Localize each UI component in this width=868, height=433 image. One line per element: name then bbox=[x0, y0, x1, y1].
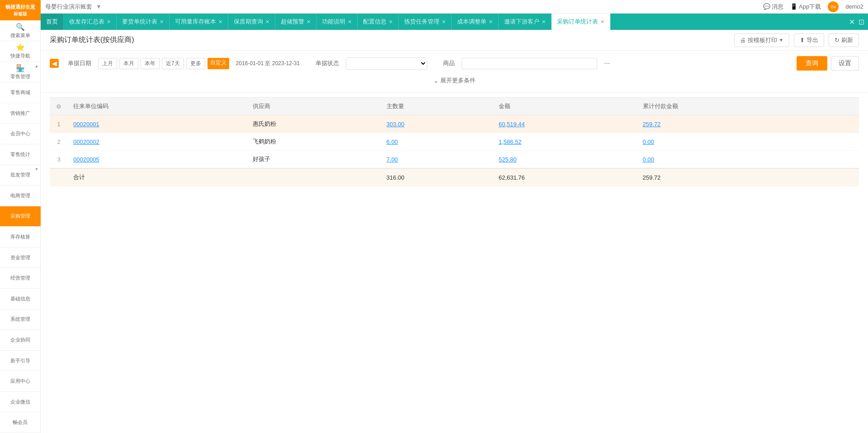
sidebar-item-system[interactable]: 系统管理 bbox=[0, 309, 41, 330]
btn-template-label: 按模板打印 bbox=[748, 36, 777, 44]
cell-amount-1[interactable]: 60,519.44 bbox=[493, 115, 637, 133]
cell-code-1[interactable]: 00020001 bbox=[68, 115, 247, 133]
tab-caigou-label: 采购订单统计表 bbox=[557, 18, 598, 26]
cell-qty-3[interactable]: 7.00 bbox=[381, 151, 493, 169]
app-download-btn[interactable]: 📱 App下载 bbox=[790, 3, 821, 11]
tab-caigou-close[interactable]: ✕ bbox=[600, 19, 604, 25]
tab-yaoqing-close[interactable]: ✕ bbox=[542, 19, 546, 25]
tab-keyongliang-close[interactable]: ✕ bbox=[218, 19, 222, 25]
sidebar-item-retail-shop[interactable]: 零售商城 bbox=[0, 82, 41, 103]
workspace-dropdown-icon[interactable]: ▼ bbox=[96, 3, 102, 10]
col-qty: 主数量 bbox=[381, 98, 493, 115]
sidebar-item-wholesale[interactable]: 批发管理 ▼ bbox=[0, 165, 41, 186]
tab-caigou[interactable]: 采购订单统计表 ✕ bbox=[552, 14, 610, 30]
tab-baozhi[interactable]: 保质期查询 ✕ bbox=[228, 14, 275, 30]
sidebar-item-finance[interactable]: 资金管理 bbox=[0, 247, 41, 268]
message-btn[interactable]: 💬 消息 bbox=[763, 3, 783, 11]
sidebar-item-inventory[interactable]: 库存核算 bbox=[0, 227, 41, 247]
filter-btn-this-year[interactable]: 本年 bbox=[141, 58, 160, 69]
sidebar-item-member[interactable]: 会员中心 bbox=[0, 124, 41, 144]
template-print-button[interactable]: 🖨 按模板打印 ▼ bbox=[734, 33, 789, 47]
sidebar-item-marketing[interactable]: 营销推广 bbox=[0, 103, 41, 124]
sidebar-item-ecommerce[interactable]: 电商管理 bbox=[0, 186, 41, 206]
sidebar-item-appcenter[interactable]: 应用中心 bbox=[0, 371, 41, 392]
sidebar-item-purchase[interactable]: 采购管理 bbox=[0, 206, 41, 227]
message-label: 消息 bbox=[772, 3, 783, 11]
sidebar-label-operations: 经营管理 bbox=[10, 275, 30, 281]
sidebar-label-retail-shop: 零售商城 bbox=[10, 89, 30, 96]
sidebar-item-wechat[interactable]: 企业微信 bbox=[0, 392, 41, 413]
goods-filter-input[interactable] bbox=[462, 58, 597, 69]
sidebar-item-vip[interactable]: 畅会员 bbox=[0, 412, 41, 433]
tab-peizhi-close[interactable]: ✕ bbox=[389, 19, 393, 25]
cell-paid-1[interactable]: 259.72 bbox=[637, 115, 817, 133]
cell-qty-2[interactable]: 6.00 bbox=[381, 133, 493, 151]
tab-chengben-close[interactable]: ✕ bbox=[489, 19, 493, 25]
tabbar-close-icon[interactable]: ✕ bbox=[849, 18, 855, 26]
query-button[interactable]: 查询 bbox=[797, 56, 827, 71]
sidebar-label-wholesale: 批发管理 bbox=[10, 171, 30, 178]
tab-shoufahuizong-close[interactable]: ✕ bbox=[107, 19, 111, 25]
workspace-label: 母婴行业演示账套 bbox=[45, 3, 92, 11]
tab-chaochuyujing-close[interactable]: ✕ bbox=[307, 19, 311, 25]
tab-jiancha[interactable]: 拣货任务管理 ✕ bbox=[399, 14, 452, 30]
sidebar-item-enterprise[interactable]: 企业协同 bbox=[0, 330, 41, 351]
filter-btn-7days[interactable]: 近7天 bbox=[162, 58, 184, 69]
filter-quick-btns: 上月 本月 本年 近7天 更多 自定义 bbox=[98, 58, 229, 69]
filter-btn-this-month[interactable]: 本月 bbox=[119, 58, 138, 69]
tab-baozhi-close[interactable]: ✕ bbox=[265, 19, 269, 25]
tab-yaohuo-close[interactable]: ✕ bbox=[160, 19, 164, 25]
sidebar-item-operations[interactable]: 经营管理 bbox=[0, 268, 41, 289]
table-footer-row: 合计 316.00 62,631.76 259.72 bbox=[50, 168, 859, 186]
cell-code-3[interactable]: 00020005 bbox=[68, 151, 247, 169]
btn-export-label: 导出 bbox=[807, 36, 818, 44]
tab-chaochuyujing[interactable]: 超储预警 ✕ bbox=[275, 14, 316, 30]
tab-yaohuo[interactable]: 要货单统计表 ✕ bbox=[117, 14, 170, 30]
filter-btn-last-month[interactable]: 上月 bbox=[98, 58, 117, 69]
tab-home[interactable]: 首页 bbox=[41, 14, 64, 30]
wholesale-arrow-icon: ▼ bbox=[35, 167, 39, 171]
goods-ellipsis-button[interactable]: ··· bbox=[604, 59, 610, 67]
tab-chengben[interactable]: 成本调整单 ✕ bbox=[452, 14, 499, 30]
tabbar-expand-icon[interactable]: ⊡ bbox=[859, 18, 864, 26]
tab-yaoqing[interactable]: 邀请下游客户 ✕ bbox=[499, 14, 552, 30]
tab-peizhi[interactable]: 配置信息 ✕ bbox=[358, 14, 399, 30]
export-button[interactable]: ⬆ 导出 bbox=[794, 33, 824, 47]
tab-keyongliang[interactable]: 可用量库存账本 ✕ bbox=[170, 14, 228, 30]
cell-amount-3[interactable]: 525.80 bbox=[493, 151, 637, 169]
settings-col-icon[interactable]: ⚙ bbox=[56, 103, 61, 110]
tab-jiancha-close[interactable]: ✕ bbox=[442, 19, 446, 25]
cell-paid-3[interactable]: 0.00 bbox=[637, 151, 817, 169]
status-filter-select[interactable] bbox=[346, 57, 427, 70]
filter-expand-label: 展开更多条件 bbox=[440, 76, 476, 85]
cell-code-2[interactable]: 00020002 bbox=[68, 133, 247, 151]
cell-paid-2[interactable]: 0.00 bbox=[637, 133, 817, 151]
sidebar-item-retail[interactable]: 🏪 零售管理 ▲ bbox=[0, 62, 41, 83]
cell-qty-1[interactable]: 303.00 bbox=[381, 115, 493, 133]
sidebar-label-purchase: 采购管理 bbox=[10, 213, 30, 219]
user-avatar[interactable]: Ea bbox=[828, 1, 839, 12]
date-filter-label: 单据日期 bbox=[68, 59, 91, 67]
tab-gongneng-close[interactable]: ✕ bbox=[348, 19, 352, 25]
sidebar-item-guide[interactable]: 新手引导 bbox=[0, 351, 41, 371]
export-icon: ⬆ bbox=[800, 37, 805, 43]
cell-supplier-2: 飞鹤奶粉 bbox=[247, 133, 381, 151]
cell-amount-2[interactable]: 1,586.52 bbox=[493, 133, 637, 151]
filter-btn-more[interactable]: 更多 bbox=[186, 58, 205, 69]
col-amount: 金额 bbox=[493, 98, 637, 115]
tab-shoufahuizong-label: 收发存汇总表 bbox=[69, 18, 104, 26]
filter-collapse-button[interactable]: ◀ bbox=[50, 59, 59, 68]
tab-home-label: 首页 bbox=[46, 18, 58, 26]
settings-button[interactable]: 设置 bbox=[831, 56, 859, 71]
filter-expand-row[interactable]: ⌄ 展开更多条件 bbox=[50, 74, 859, 87]
page-header: 采购订单统计表(按供应商) 🖨 按模板打印 ▼ ⬆ 导出 ↻ 刷新 bbox=[41, 30, 868, 51]
sidebar-item-search[interactable]: 🔍 搜索菜单 bbox=[0, 20, 41, 41]
tab-gongneng[interactable]: 功能说明 ✕ bbox=[316, 14, 358, 30]
sidebar-item-basic[interactable]: 基础信息 bbox=[0, 289, 41, 309]
sidebar-item-quicknav[interactable]: ⭐ 快捷导航 bbox=[0, 41, 41, 62]
refresh-button[interactable]: ↻ 刷新 bbox=[829, 33, 859, 47]
col-paid: 累计付款金额 bbox=[637, 98, 817, 115]
tab-shoufahuizong[interactable]: 收发存汇总表 ✕ bbox=[64, 14, 117, 30]
footer-empty bbox=[50, 168, 68, 186]
sidebar-item-retail-stats[interactable]: 零售统计 bbox=[0, 144, 41, 165]
